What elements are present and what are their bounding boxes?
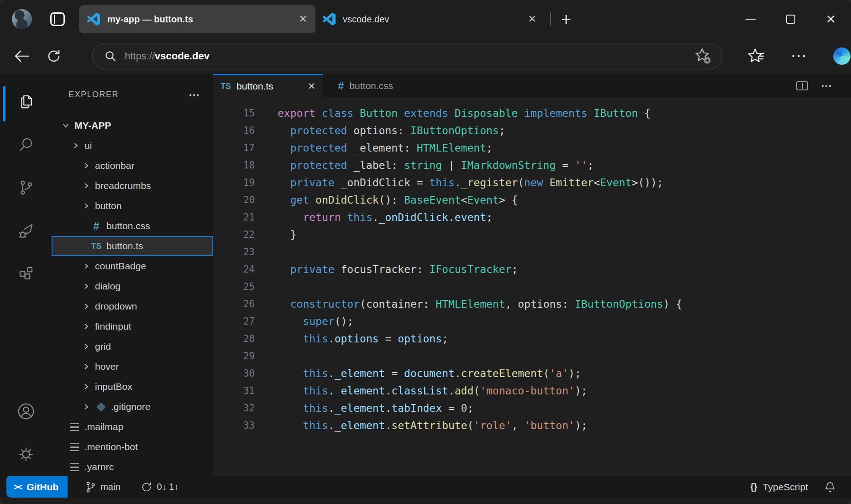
- tree-item-countbadge[interactable]: countBadge: [52, 256, 213, 276]
- tree-item-inputbox[interactable]: inputBox: [52, 377, 213, 397]
- code-line-15[interactable]: 15export class Button extends Disposable…: [213, 105, 851, 122]
- code-line-25[interactable]: 25: [213, 278, 851, 295]
- code-line-22[interactable]: 22 }: [213, 226, 851, 243]
- settings-more-button[interactable]: ···: [792, 49, 808, 63]
- profile-avatar[interactable]: [12, 9, 32, 29]
- code-line-26[interactable]: 26 constructor(container: HTMLElement, o…: [213, 295, 851, 313]
- code-line-27[interactable]: 27 super();: [213, 313, 851, 330]
- editor-tab-button-css[interactable]: # button.css: [323, 74, 440, 97]
- tree-item-my-app[interactable]: MY-APP: [52, 116, 213, 136]
- editor-tab-label: button.ts: [236, 81, 273, 92]
- refresh-button[interactable]: [44, 46, 64, 66]
- sidebar-item-explorer[interactable]: [0, 80, 52, 123]
- copilot-icon: [833, 47, 851, 65]
- language-indicator[interactable]: {} TypeScript: [750, 482, 808, 493]
- line-number: 16: [213, 122, 255, 139]
- tree-item-actionbar[interactable]: actionbar: [52, 156, 213, 176]
- line-number: 18: [213, 157, 255, 174]
- code-line-19[interactable]: 19 private _onDidClick = this._register(…: [213, 174, 851, 191]
- settings-button[interactable]: [0, 433, 52, 476]
- editor-tab-label: button.css: [349, 80, 393, 91]
- tree-item-label: hover: [95, 361, 119, 372]
- code-line-23[interactable]: 23: [213, 243, 851, 261]
- code-line-29[interactable]: 29: [213, 347, 851, 365]
- tree-item-breadcrumbs[interactable]: breadcrumbs: [52, 176, 213, 196]
- sync-indicator[interactable]: 0↓ 1↑: [141, 476, 179, 498]
- sidebar-item-search[interactable]: [0, 123, 52, 166]
- tree-item-label: .yarnrc: [84, 462, 114, 472]
- editor-more-actions-icon[interactable]: ⋯: [821, 79, 833, 92]
- back-icon: [14, 49, 30, 63]
- tab-close-icon[interactable]: ✕: [299, 13, 307, 25]
- account-button[interactable]: [0, 390, 52, 433]
- sidebar-item-source-control[interactable]: [0, 166, 52, 209]
- address-bar[interactable]: https://vscode.dev: [92, 43, 722, 69]
- branch-indicator[interactable]: main: [85, 476, 120, 498]
- code-line-28[interactable]: 28 this.options = options;: [213, 330, 851, 347]
- tree-item-button.ts[interactable]: TSbutton.ts: [52, 236, 213, 256]
- code-line-30[interactable]: 30 this._element = document.createElemen…: [213, 365, 851, 382]
- tree-item-dialog[interactable]: dialog: [52, 276, 213, 296]
- code-text: constructor(container: HTMLElement, opti…: [255, 295, 682, 313]
- close-tab-icon[interactable]: ✕: [307, 81, 315, 92]
- minimize-button[interactable]: [730, 0, 771, 38]
- maximize-button[interactable]: [771, 0, 811, 38]
- tree-item-gitignore[interactable]: .gitignore: [52, 397, 213, 417]
- tree-item-hover[interactable]: hover: [52, 357, 213, 377]
- tree-item-dropdown[interactable]: dropdown: [52, 296, 213, 316]
- favorites-button[interactable]: [748, 48, 766, 64]
- tab-close-icon[interactable]: ✕: [528, 13, 536, 25]
- code-editor[interactable]: 15export class Button extends Disposable…: [213, 97, 851, 476]
- tree-item-button[interactable]: button: [52, 196, 213, 216]
- code-line-20[interactable]: 20 get onDidClick(): BaseEvent<Event> {: [213, 191, 851, 209]
- tree-item-label: grid: [95, 341, 111, 352]
- file-file-icon: [68, 443, 80, 451]
- tree-item-findinput[interactable]: findinput: [52, 316, 213, 336]
- line-number: 32: [213, 399, 255, 417]
- ts-file-icon: TS: [90, 242, 102, 251]
- tree-item-yarnrc[interactable]: .yarnrc: [52, 457, 213, 476]
- browser-tab-strip: my-app — button.ts ✕ vscode.dev ✕ + ✕: [0, 0, 851, 38]
- sync-counts: 0↓ 1↑: [157, 482, 179, 492]
- back-button[interactable]: [12, 46, 32, 66]
- code-line-18[interactable]: 18 protected _label: string | IMarkdownS…: [213, 157, 851, 174]
- browser-window: my-app — button.ts ✕ vscode.dev ✕ + ✕: [0, 0, 851, 504]
- copilot-button[interactable]: [833, 47, 851, 65]
- browser-tab-inactive[interactable]: vscode.dev ✕: [315, 5, 545, 33]
- tree-item-label: countBadge: [95, 261, 146, 272]
- tree-item-grid[interactable]: grid: [52, 336, 213, 357]
- close-window-button[interactable]: ✕: [811, 0, 851, 38]
- add-favorite-button[interactable]: [694, 47, 713, 65]
- remote-indicator[interactable]: >< GitHub: [6, 476, 68, 498]
- new-tab-button[interactable]: +: [558, 10, 574, 28]
- sidebar-item-extensions[interactable]: [0, 252, 52, 295]
- code-line-24[interactable]: 24 private focusTracker: IFocusTracker;: [213, 261, 851, 278]
- tree-item-mailmap[interactable]: .mailmap: [52, 417, 213, 437]
- code-text: this._element = document.createElement('…: [255, 365, 581, 382]
- editor-tab-button-ts[interactable]: TS button.ts ✕: [213, 74, 323, 97]
- line-number: 22: [213, 226, 255, 243]
- code-line-17[interactable]: 17 protected _element: HTMLElement;: [213, 139, 851, 157]
- tree-item-mention-bot[interactable]: .mention-bot: [52, 437, 213, 457]
- account-icon: [17, 402, 35, 420]
- tree-item-ui[interactable]: ui: [52, 136, 213, 156]
- line-number: 21: [213, 209, 255, 226]
- css-file-icon: #: [338, 79, 344, 92]
- tree-item-label: ui: [84, 140, 92, 151]
- code-line-16[interactable]: 16 protected options: IButtonOptions;: [213, 122, 851, 139]
- git-file-icon: [95, 404, 107, 410]
- tab-actions-icon[interactable]: [50, 12, 65, 26]
- code-line-21[interactable]: 21 return this._onDidClick.event;: [213, 209, 851, 226]
- tree-item-button.css[interactable]: #button.css: [52, 216, 213, 236]
- browser-tab-active[interactable]: my-app — button.ts ✕: [79, 5, 315, 33]
- editor-actions: ⋯: [796, 74, 833, 97]
- code-line-33[interactable]: 33 this._element.setAttribute('role', 'b…: [213, 417, 851, 434]
- notifications-button[interactable]: [825, 481, 835, 493]
- code-line-31[interactable]: 31 this._element.classList.add('monaco-b…: [213, 382, 851, 399]
- explorer-more-actions[interactable]: ⋯: [189, 89, 200, 101]
- code-line-32[interactable]: 32 this._element.tabIndex = 0;: [213, 399, 851, 417]
- code-text: [255, 347, 278, 365]
- minimize-icon: [746, 19, 756, 20]
- sidebar-item-run-debug[interactable]: [0, 209, 52, 252]
- split-editor-icon[interactable]: [796, 81, 808, 90]
